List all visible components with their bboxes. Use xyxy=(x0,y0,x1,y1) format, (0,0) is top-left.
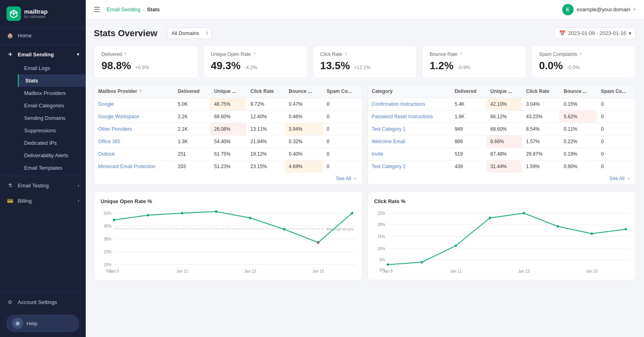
home-icon: 🏠 xyxy=(6,32,14,39)
mailbox-name-cell[interactable]: Outlook xyxy=(94,148,174,160)
sidebar-item-email-testing[interactable]: ⚗ Email Testing › xyxy=(0,178,86,193)
category-name-cell[interactable]: Confirmation Instructions xyxy=(368,98,451,111)
sidebar-item-stats[interactable]: Stats xyxy=(18,74,86,87)
user-email: example@your.domain xyxy=(577,6,630,12)
date-range-picker[interactable]: 📅 2023-01-09 - 2023-01-16 ▾ xyxy=(555,27,636,39)
sidebar-item-email-categories[interactable]: Email Categories xyxy=(18,99,86,112)
mailbox-name-cell[interactable]: Mimecast Email Protection xyxy=(94,160,174,173)
category-click-cell: 1.59% xyxy=(522,160,559,173)
breadcrumb-current: Stats xyxy=(147,6,160,12)
category-bounce-cell: 0.15% xyxy=(559,98,597,111)
kpi-delivered-help[interactable]: ? xyxy=(124,52,127,57)
col-click-rate: Click Rate xyxy=(246,85,285,98)
svg-text:10%: 10% xyxy=(377,247,385,251)
category-delivered-cell: 949 xyxy=(451,123,487,136)
help-button[interactable]: ⊕ Help xyxy=(6,314,79,332)
date-range-value: 2023-01-09 - 2023-01-16 xyxy=(568,30,626,36)
svg-point-37 xyxy=(421,261,423,263)
help-icon: ⊕ xyxy=(12,318,23,329)
kpi-bounce-rate-label: Bounce Rate ? xyxy=(429,51,519,57)
sidebar-item-mailbox-providers[interactable]: Mailbox Providers xyxy=(18,87,86,99)
mailbox-unique-cell: 51.23% xyxy=(210,160,246,173)
topbar: ☰ Email Sending › Stats E example@your.d… xyxy=(86,0,644,19)
sidebar-label-billing: Billing xyxy=(18,198,32,204)
kpi-open-rate-help[interactable]: ? xyxy=(253,52,256,57)
mailbox-delivered-cell: 5.0K xyxy=(174,98,210,111)
domain-select[interactable]: All Domains xyxy=(167,27,212,39)
overview-left: Stats Overview All Domains xyxy=(94,27,212,39)
chevron-down-icon: ▾ xyxy=(77,52,79,57)
category-see-all-link[interactable]: See All → xyxy=(609,176,631,181)
category-name-cell[interactable]: Welcome Email xyxy=(368,136,451,148)
col-unique: Unique ... xyxy=(210,85,246,98)
kpi-click-rate-help[interactable]: ? xyxy=(345,52,347,57)
mailbox-delivered-cell: 1.3K xyxy=(174,136,210,148)
mailbox-see-all-link[interactable]: See All → xyxy=(336,176,357,181)
mailbox-click-cell: 9.72% xyxy=(246,98,285,111)
mailbox-spam-cell: 0 xyxy=(323,111,362,123)
category-name-cell[interactable]: Password Reset Instructions xyxy=(368,111,451,123)
sidebar-item-email-logs[interactable]: Email Logs xyxy=(18,62,86,74)
mailbox-bounce-cell: 4.69% xyxy=(285,160,323,173)
mailbox-unique-cell: 68.60% xyxy=(210,111,246,123)
svg-point-40 xyxy=(522,212,525,214)
kpi-spam-complaints: Spam Complaints ? 0.0% -0.0% xyxy=(531,45,636,78)
sidebar-item-home[interactable]: 🏠 Home xyxy=(0,28,86,43)
mailbox-name-cell[interactable]: Google xyxy=(94,98,174,111)
category-name-cell[interactable]: Test Category 1 xyxy=(368,123,451,136)
sidebar-item-deliverability-alerts[interactable]: Deliverability Alerts xyxy=(18,149,86,162)
svg-text:40%: 40% xyxy=(104,224,111,228)
mailbox-delivered-cell: 203 xyxy=(174,160,210,173)
sidebar-item-email-sending[interactable]: ✈ Email Sending ▾ xyxy=(0,47,86,62)
category-name-cell[interactable]: Test Category 2 xyxy=(368,160,451,173)
sidebar-item-billing[interactable]: 💳 Billing › xyxy=(0,193,86,208)
mailbox-click-cell: 19.12% xyxy=(246,148,285,160)
category-name-cell[interactable]: Invite xyxy=(368,148,451,160)
svg-text:20%: 20% xyxy=(104,250,111,254)
category-delivered-cell: 5.4K xyxy=(451,98,487,111)
category-spam-cell: 0 xyxy=(597,148,636,160)
kpi-delivered-value: 98.8% xyxy=(101,60,131,72)
page-content: Stats Overview All Domains 📅 2023-01-09 … xyxy=(86,19,644,337)
sidebar-item-email-templates[interactable]: Email Templates xyxy=(18,162,86,174)
kpi-click-rate-value: 13.5% xyxy=(320,60,350,72)
svg-text:10%: 10% xyxy=(104,263,111,267)
hamburger-icon[interactable]: ☰ xyxy=(94,5,100,14)
mailbox-name-cell[interactable]: Other Providers xyxy=(94,123,174,136)
category-spam-cell: 0 xyxy=(597,123,636,136)
domain-selector-wrap: All Domains xyxy=(167,27,212,39)
mailbox-name-cell[interactable]: Office 365 xyxy=(94,136,174,148)
mailbox-delivered-cell: 2.2K xyxy=(174,111,210,123)
sidebar-item-sending-domains[interactable]: Sending Domains xyxy=(18,112,86,124)
col-category: Category xyxy=(368,85,451,98)
table-row: Welcome Email 889 8.66% 1.57% 0.22% 0 xyxy=(368,136,636,148)
page-title: Stats Overview xyxy=(94,28,157,39)
breadcrumb-parent[interactable]: Email Sending xyxy=(107,6,140,12)
sidebar-item-suppressions[interactable]: Suppressions xyxy=(18,124,86,137)
col-delivered: Delivered xyxy=(174,85,210,98)
kpi-spam-help[interactable]: ? xyxy=(580,52,582,57)
category-click-cell: 43.23% xyxy=(522,111,559,123)
svg-point-36 xyxy=(386,263,389,266)
sidebar-item-account-settings[interactable]: ⚙ Account Settings xyxy=(0,294,86,310)
category-see-all-row: See All → xyxy=(368,173,636,185)
category-spam-cell: 0 xyxy=(597,160,636,173)
sidebar-label-mailbox-providers: Mailbox Providers xyxy=(24,90,66,96)
sidebar-label-sending-domains: Sending Domains xyxy=(24,115,66,121)
category-unique-cell: 68.60% xyxy=(486,123,522,136)
sidebar-label-suppressions: Suppressions xyxy=(24,127,56,134)
svg-text:15%: 15% xyxy=(377,234,385,239)
sidebar-item-dedicated-ips[interactable]: Dedicated IPs xyxy=(18,137,86,149)
kpi-bounce-rate-value: 1.2% xyxy=(429,60,453,72)
category-bounce-cell: 0.90% xyxy=(559,160,597,173)
user-menu-arrow[interactable]: ▾ xyxy=(634,7,636,12)
category-delivered-cell: 1.6K xyxy=(451,111,487,123)
mailbox-delivered-cell: 2.1K xyxy=(174,123,210,136)
kpi-bounce-rate-help[interactable]: ? xyxy=(460,52,462,57)
svg-point-38 xyxy=(454,245,457,247)
mailbox-name-cell[interactable]: Google Workspace xyxy=(94,111,174,123)
category-delivered-cell: 889 xyxy=(451,136,487,148)
category-table: Category Delivered Unique ... Click Rate… xyxy=(367,84,636,185)
sidebar-label-email-logs: Email Logs xyxy=(24,65,50,71)
kpi-delivered-delta: +0.9% xyxy=(135,65,149,70)
